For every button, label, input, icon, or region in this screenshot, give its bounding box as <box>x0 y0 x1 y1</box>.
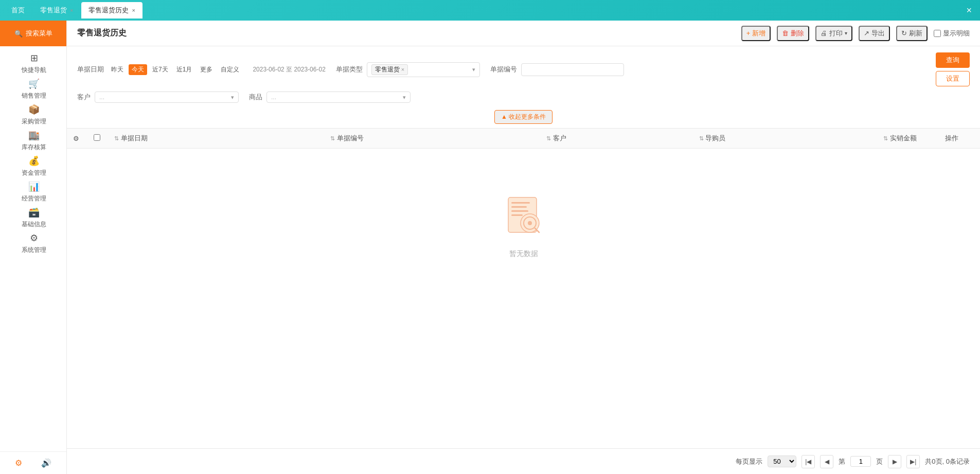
goods-select-chevron: ▾ <box>403 94 406 101</box>
sidebar-item-inventory[interactable]: 🏬 库存核算 <box>0 127 66 153</box>
date-opt-yesterday[interactable]: 昨天 <box>108 64 127 75</box>
customer-placeholder: ... <box>99 94 104 101</box>
date-opt-more[interactable]: 更多 <box>197 64 216 75</box>
select-all-checkbox[interactable] <box>94 134 100 141</box>
new-button-label: + 新增 <box>746 29 765 38</box>
col-guide-label: 导购员 <box>705 134 725 142</box>
col-amount[interactable]: ⇅ 实销金额 <box>877 129 939 149</box>
delete-button-label: 删除 <box>791 29 804 38</box>
tab-retail-return-close[interactable]: × <box>70 7 73 13</box>
date-opt-today[interactable]: 今天 <box>129 64 147 75</box>
docno-label: 单据编号 <box>490 65 517 74</box>
sidebar-item-system[interactable]: ⚙ 系统管理 <box>0 230 66 256</box>
export-button[interactable]: ↗ 导出 <box>859 26 890 41</box>
sidebar-item-operations[interactable]: 📊 经营管理 <box>0 179 66 205</box>
empty-state-illustration <box>498 190 549 241</box>
delete-icon: 🗑 <box>782 29 789 37</box>
filter-settings-button[interactable]: 设置 <box>936 71 970 86</box>
tab-retail-return-history[interactable]: 零售退货历史 × <box>81 2 142 19</box>
sidebar-item-quick-nav-label: 快捷导航 <box>22 66 46 75</box>
sidebar-item-sales-label: 销售管理 <box>22 92 46 100</box>
filter-group-customer: 客户 ... ▾ <box>77 92 239 103</box>
sort-icon-5: ⇅ <box>883 135 888 141</box>
pagination-bar: 每页显示 10 20 50 100 |◀ ◀ 第 页 ▶ ▶| 共0页, 0条记… <box>67 448 980 474</box>
window-close-button[interactable]: × <box>962 3 976 18</box>
total-info: 共0页, 0条记录 <box>925 457 970 466</box>
page-suffix: 页 <box>876 457 883 466</box>
tab-home[interactable]: 首页 <box>4 2 32 19</box>
filter-row-1: 单据日期 昨天 今天 近7天 近1月 更多 自定义 2023-06-02 至 2… <box>77 52 970 86</box>
collapse-row: ▲ 收起更多条件 <box>77 108 970 124</box>
customer-select[interactable]: ... ▾ <box>95 92 239 103</box>
page-number-input[interactable] <box>850 456 871 467</box>
show-detail-checkbox[interactable] <box>934 30 941 37</box>
page-size-select[interactable]: 10 20 50 100 <box>768 455 796 467</box>
data-table: ⚙ ⇅ 单据日期 ⇅ 单据编号 <box>67 129 980 279</box>
sort-icon-2: ⇅ <box>330 135 335 141</box>
table-area: ⚙ ⇅ 单据日期 ⇅ 单据编号 <box>67 129 980 448</box>
top-bar: 首页 零售退货 × 零售退货历史 × × <box>0 0 980 21</box>
show-detail-toggle[interactable]: 显示明细 <box>934 29 970 38</box>
tab-retail-return[interactable]: 零售退货 × <box>33 2 80 19</box>
search-icon: 🔍 <box>14 30 23 38</box>
settings-gear-icon[interactable]: ⚙ <box>15 458 22 468</box>
sidebar-item-finance[interactable]: 💰 资金管理 <box>0 153 66 179</box>
col-docno[interactable]: ⇅ 单据编号 <box>324 129 540 149</box>
docno-input[interactable] <box>521 63 624 76</box>
sidebar-item-inventory-label: 库存核算 <box>22 143 46 152</box>
type-tag-remove[interactable]: × <box>401 66 404 72</box>
sidebar-search[interactable]: 🔍 搜索菜单 <box>0 21 66 46</box>
tab-retail-return-history-label: 零售退货历史 <box>88 6 129 15</box>
goods-select[interactable]: ... ▾ <box>266 92 411 103</box>
next-page-button[interactable]: ▶ <box>888 455 901 468</box>
finance-icon: 💰 <box>28 155 40 167</box>
print-button[interactable]: 🖨 打印 ▾ <box>815 26 852 41</box>
sound-icon[interactable]: 🔊 <box>41 458 51 468</box>
delete-button[interactable]: 🗑 删除 <box>777 26 809 41</box>
first-page-button[interactable]: |◀ <box>801 455 815 468</box>
type-tag-value: 零售退货 <box>375 65 400 74</box>
sidebar-item-basic-info[interactable]: 🗃️ 基础信息 <box>0 205 66 230</box>
main-layout: 🔍 搜索菜单 ⊞ 快捷导航 🛒 销售管理 📦 采购管理 🏬 库存核算 💰 <box>0 21 980 474</box>
show-detail-label-text: 显示明细 <box>943 29 970 38</box>
print-button-label: 打印 <box>829 29 843 38</box>
date-opt-7days[interactable]: 近7天 <box>149 64 171 75</box>
refresh-button[interactable]: ↻ 刷新 <box>896 26 928 41</box>
type-select[interactable]: 零售退货 × ▾ <box>367 62 480 77</box>
col-date[interactable]: ⇅ 单据日期 <box>108 129 324 149</box>
collapse-button-label: ▲ 收起更多条件 <box>501 113 546 121</box>
col-guide[interactable]: ⇅ 导购员 <box>693 129 877 149</box>
prev-page-button[interactable]: ◀ <box>820 455 833 468</box>
last-page-button[interactable]: ▶| <box>906 455 920 468</box>
col-checkbox[interactable] <box>87 129 108 149</box>
col-settings[interactable]: ⚙ <box>67 129 87 149</box>
export-icon: ↗ <box>864 29 869 37</box>
page-actions: + 新增 🗑 删除 🖨 打印 ▾ ↗ 导出 ↻ 刷新 <box>741 26 970 41</box>
filter-area: 单据日期 昨天 今天 近7天 近1月 更多 自定义 2023-06-02 至 2… <box>67 46 980 129</box>
collapse-filter-button[interactable]: ▲ 收起更多条件 <box>494 110 553 124</box>
sort-icon: ⇅ <box>114 135 119 141</box>
filter-group-date: 单据日期 昨天 今天 近7天 近1月 更多 自定义 <box>77 64 242 75</box>
query-button-label: 查询 <box>946 56 959 64</box>
sidebar-item-purchase[interactable]: 📦 采购管理 <box>0 102 66 127</box>
page-label: 第 <box>839 457 845 466</box>
type-label: 单据类型 <box>336 65 363 74</box>
customer-select-chevron: ▾ <box>231 94 234 101</box>
filter-settings-button-label: 设置 <box>946 75 959 82</box>
col-customer[interactable]: ⇅ 客户 <box>540 129 693 149</box>
query-button[interactable]: 查询 <box>936 52 970 68</box>
sidebar-bottom: ⚙ 🔊 <box>0 451 66 474</box>
date-opt-1month[interactable]: 近1月 <box>173 64 195 75</box>
sidebar-item-sales[interactable]: 🛒 销售管理 <box>0 76 66 102</box>
sidebar-item-quick-nav[interactable]: ⊞ 快捷导航 <box>0 50 66 76</box>
date-opt-custom[interactable]: 自定义 <box>218 64 242 75</box>
svg-rect-2 <box>511 206 527 208</box>
system-icon: ⚙ <box>30 232 38 244</box>
filter-group-docno: 单据编号 <box>490 63 624 76</box>
tab-retail-return-history-close[interactable]: × <box>132 7 135 13</box>
new-button[interactable]: + 新增 <box>741 26 771 41</box>
basic-info-icon: 🗃️ <box>28 207 40 218</box>
date-options: 昨天 今天 近7天 近1月 更多 自定义 <box>108 64 242 75</box>
sidebar-item-basic-info-label: 基础信息 <box>22 220 46 229</box>
date-range-display: 2023-06-02 至 2023-06-02 <box>253 65 325 74</box>
